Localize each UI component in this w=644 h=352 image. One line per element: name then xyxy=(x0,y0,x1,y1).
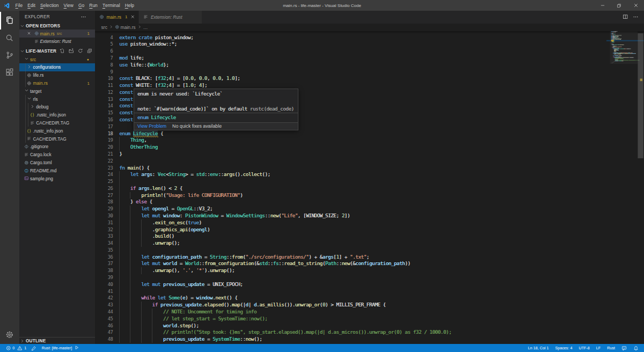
tree-item--rustc-info-json[interactable]: .rustc_info.json xyxy=(19,111,95,119)
menu-edit[interactable]: Edit xyxy=(25,0,38,11)
menu-run[interactable]: Run xyxy=(87,0,100,11)
minimap-line xyxy=(614,35,615,35)
activitybar-extensions[interactable] xyxy=(0,63,19,81)
code-text[interactable]: Thing, xyxy=(119,137,147,144)
menu-selection[interactable]: Selection xyxy=(38,0,61,11)
token: :: xyxy=(218,171,223,177)
tree-item-sample-png[interactable]: sample.png xyxy=(19,174,95,182)
close-editor-icon[interactable] xyxy=(27,31,31,36)
tree-item-cargo-toml[interactable]: Cargo.toml xyxy=(19,159,95,167)
status-warnings[interactable]: 1 xyxy=(16,344,28,352)
code-text[interactable]: if args.len() < 2 { xyxy=(119,185,182,192)
code-text[interactable]: println!("Usage: life CONFIGURATION") xyxy=(119,192,243,199)
tree-item-cachedir-tag[interactable]: CACHEDIR.TAG xyxy=(19,135,95,143)
minimap-line xyxy=(615,39,616,40)
minimap[interactable] xyxy=(606,31,644,344)
tree-item-cachedir-tag[interactable]: CACHEDIR.TAG xyxy=(19,119,95,127)
status-utf-8[interactable]: UTF-8 xyxy=(575,344,592,352)
code-text[interactable]: .graphics_api(opengl) xyxy=(119,226,210,233)
window-restore[interactable] xyxy=(611,0,627,11)
tree-item-cargo-lock[interactable]: Cargo.lock xyxy=(19,151,95,159)
tree-item-readme-md[interactable]: README.md xyxy=(19,167,95,175)
code-text[interactable]: } xyxy=(119,151,122,158)
code-text[interactable]: let configuration_path = String::from(".… xyxy=(119,254,369,261)
menu-view[interactable]: View xyxy=(61,0,76,11)
tree-item-src[interactable]: src● xyxy=(19,55,95,63)
open-editor-item[interactable]: main.rssrc1 xyxy=(19,30,95,38)
code-line: 42 while let Some(e) = window.next() { xyxy=(95,295,644,302)
breadcrumbs[interactable]: srcmain.rs… xyxy=(95,24,644,31)
open-editor-item[interactable]: Extension: Rust xyxy=(19,38,95,46)
code-text[interactable]: let args: Vec<String> = std::env::args()… xyxy=(119,171,270,178)
activitybar-explorer[interactable] xyxy=(0,12,19,30)
view-problem-link[interactable]: View Problem xyxy=(137,123,166,129)
tree-item-main-rs[interactable]: main.rs1 xyxy=(19,79,95,87)
activitybar-manage[interactable] xyxy=(0,326,19,343)
code-text[interactable]: // NOTE: Uncomment for timing info xyxy=(119,309,257,316)
code-text[interactable]: } else { xyxy=(119,199,152,206)
code-text[interactable]: // println!("Step took: {}ms", step_star… xyxy=(119,329,451,336)
token: map xyxy=(232,302,240,307)
status-rust-analyzer[interactable]: Rust: [life-master] xyxy=(30,344,80,352)
tree-label: src xyxy=(30,57,36,62)
code-text[interactable]: extern crate piston_window; xyxy=(119,34,193,41)
tree-item--gitignore[interactable]: .gitignore xyxy=(19,143,95,151)
tree-item-debug[interactable]: debug xyxy=(19,103,95,111)
minimap-line xyxy=(617,35,617,35)
code-text[interactable]: const WHITE: [f32;4] = [1.0; 4]; xyxy=(119,82,207,89)
tree-item-life-rs[interactable]: life.rs xyxy=(19,71,95,79)
status-ln-18-col-1[interactable]: Ln 18, Col 1 xyxy=(525,344,552,352)
code-editor[interactable]: 4extern crate piston_window;5use piston_… xyxy=(95,31,644,344)
breadcrumb-item[interactable]: main.rs xyxy=(120,25,135,30)
menu-go[interactable]: Go xyxy=(76,0,86,11)
status-bell[interactable] xyxy=(630,344,642,352)
code-text[interactable]: use piston_window::*; xyxy=(119,41,177,48)
code-text[interactable]: fn main() { xyxy=(119,165,149,172)
tree-item-target[interactable]: target xyxy=(19,87,95,96)
code-text[interactable]: let mut window: PistonWindow = WindowSet… xyxy=(119,212,350,219)
tab-main-rs[interactable]: main.rs1 xyxy=(95,11,138,24)
status-lf[interactable]: LF xyxy=(593,344,604,352)
outline-header[interactable]: OUTLINE xyxy=(19,337,95,344)
code-text[interactable]: enum Lifecycle { xyxy=(119,130,163,137)
activitybar-source-control[interactable] xyxy=(0,47,19,64)
code-text[interactable]: if previous_update.elapsed().map(|d| d.a… xyxy=(119,302,385,309)
status-feedback[interactable] xyxy=(618,344,630,352)
tree-item-rls[interactable]: rls xyxy=(19,95,95,103)
code-text[interactable]: let opengl = OpenGL::V3_2; xyxy=(119,206,213,212)
breadcrumb-item[interactable]: … xyxy=(143,25,148,30)
code-text[interactable]: while let Some(e) = window.next() { xyxy=(119,295,237,302)
hover-source[interactable]: rustc(dead_code) xyxy=(250,106,294,112)
code-text[interactable]: .exit_on_esc(true) xyxy=(119,219,202,226)
open-editors-header[interactable]: OPEN EDITORS xyxy=(19,22,95,30)
menu-terminal[interactable]: Terminal xyxy=(100,0,122,11)
window-minimize[interactable] xyxy=(594,0,611,11)
close-tab-icon[interactable] xyxy=(130,14,135,20)
code-text[interactable]: mod life; xyxy=(119,55,144,62)
minimap-line xyxy=(636,60,636,60)
menu-help[interactable]: Help xyxy=(122,0,136,11)
token: 1.0 xyxy=(185,82,193,88)
code-text[interactable]: use life::{World}; xyxy=(119,62,169,69)
breadcrumb-item[interactable]: src xyxy=(101,25,107,30)
code-text[interactable]: .unwrap(), '.', '*').unwrap(); xyxy=(119,267,235,274)
tab-extension-rust[interactable]: Extension: Rust xyxy=(139,11,201,24)
code-text[interactable]: const BLACK: [f32;4] = [0.0, 0.0, 0.0, 1… xyxy=(119,75,240,82)
tree-item-configurations[interactable]: configurations xyxy=(19,63,95,71)
code-text[interactable]: world.step(); xyxy=(119,322,199,329)
minimap-line xyxy=(612,34,613,34)
code-text[interactable]: // let step_start = SystemTime::now(); xyxy=(119,316,267,322)
window-close[interactable] xyxy=(627,0,644,11)
status-spaces-4[interactable]: Spaces: 4 xyxy=(552,344,575,352)
code-text[interactable]: let mut previous_update = UNIX_EPOCH; xyxy=(119,281,243,288)
tree-item--rustc-info-json[interactable]: .rustc_info.json xyxy=(19,127,95,135)
status-problems[interactable]: 0 xyxy=(4,344,16,352)
folder-section-header[interactable]: LIFE-MASTER xyxy=(19,47,95,55)
menu-file[interactable]: File xyxy=(13,0,25,11)
activitybar-search[interactable] xyxy=(0,29,19,47)
code-text[interactable]: .unwrap(); xyxy=(119,240,180,247)
status-rust[interactable]: Rust xyxy=(604,344,618,352)
code-text[interactable]: OtherThing xyxy=(119,144,158,151)
code-text[interactable]: .build() xyxy=(119,233,174,240)
code-text[interactable]: let mut world = World::from_configuratio… xyxy=(119,260,411,267)
